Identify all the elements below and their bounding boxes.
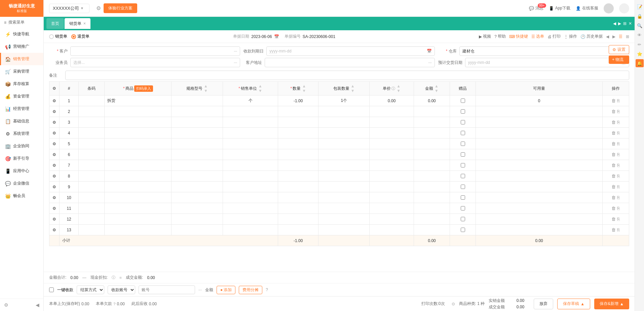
customer-input[interactable]: ···: [70, 46, 240, 56]
spec-sort-icon[interactable]: ▲▼: [204, 84, 208, 93]
row-product[interactable]: [105, 182, 172, 192]
sidebar-item-guide[interactable]: 🎯 新手引导: [0, 152, 43, 165]
row-amount[interactable]: [414, 171, 450, 182]
row-spec[interactable]: [172, 171, 223, 182]
copy-icon[interactable]: ⎘: [617, 130, 620, 135]
row-amount[interactable]: [414, 128, 450, 139]
row-barcode[interactable]: [79, 106, 105, 117]
row-product[interactable]: [105, 117, 172, 128]
row-unit[interactable]: [223, 171, 278, 182]
rp-note-icon[interactable]: 📝: [636, 3, 644, 11]
rp-eye-icon[interactable]: 👁: [636, 31, 644, 39]
row-pack-qty[interactable]: [318, 182, 370, 192]
delete-icon[interactable]: 🗑: [611, 184, 616, 189]
sidebar-item-enterprise[interactable]: 🏢 企业协同: [0, 140, 43, 152]
video-btn[interactable]: ▶ 视频: [479, 34, 491, 39]
row-barcode[interactable]: [79, 139, 105, 149]
row-pack-qty[interactable]: [318, 171, 370, 182]
delete-icon[interactable]: 🗑: [611, 195, 616, 200]
tab-close-icon[interactable]: ×: [83, 21, 86, 26]
row-gift[interactable]: [450, 171, 476, 182]
sidebar-item-app-center[interactable]: 📱 应用中心: [0, 165, 43, 177]
row-gift[interactable]: [450, 106, 476, 117]
tab-next-icon[interactable]: ▶: [618, 21, 621, 26]
row-pack-qty[interactable]: [318, 203, 370, 214]
experience-btn[interactable]: 体验行业方案: [104, 3, 137, 13]
row-barcode[interactable]: [79, 192, 105, 203]
salesperson-input[interactable]: 选择... ···: [70, 58, 240, 67]
row-unit[interactable]: [223, 149, 278, 160]
gift-checkbox[interactable]: [461, 109, 465, 114]
save-new-btn[interactable]: 保存&新增 ▲: [594, 299, 629, 309]
operate-btn[interactable]: ⋮ 操作: [564, 34, 577, 39]
select-btn[interactable]: ☰ 选单: [531, 34, 544, 39]
row-qty[interactable]: [278, 106, 318, 117]
row-barcode[interactable]: [79, 160, 105, 171]
copy-icon[interactable]: ⎘: [617, 120, 620, 125]
copy-icon[interactable]: ⎘: [617, 184, 620, 189]
row-amount[interactable]: [414, 182, 450, 192]
row-product[interactable]: [105, 214, 172, 225]
row-qty[interactable]: [278, 160, 318, 171]
fee-split-btn[interactable]: 费用分摊: [239, 286, 262, 294]
sidebar-item-inventory[interactable]: 📦 库存核算: [0, 78, 43, 90]
row-qty[interactable]: [278, 203, 318, 214]
row-barcode[interactable]: [79, 128, 105, 139]
row-amount[interactable]: [414, 160, 450, 171]
row-price[interactable]: [370, 128, 414, 139]
salesperson-dots[interactable]: ···: [234, 60, 237, 65]
row-product[interactable]: [105, 149, 172, 160]
row-qty[interactable]: [278, 149, 318, 160]
row-amount[interactable]: [414, 117, 450, 128]
gift-checkbox[interactable]: [461, 195, 465, 200]
history-btn[interactable]: 🕐 历史单据: [580, 34, 603, 39]
delete-icon[interactable]: 🗑: [611, 130, 616, 135]
debt-info-icon[interactable]: ?: [113, 302, 115, 306]
payment-method-select[interactable]: 结算方式: [77, 285, 104, 294]
sidebar-item-purchase[interactable]: 🛒 采购管理: [0, 65, 43, 78]
row-amount[interactable]: 0.00: [414, 95, 450, 106]
gift-checkbox[interactable]: [461, 99, 465, 103]
delete-icon[interactable]: 🗑: [611, 152, 616, 157]
online-service-btn[interactable]: 👤 在线客服: [576, 5, 598, 11]
delete-icon[interactable]: 🗑: [611, 98, 616, 103]
row-qty[interactable]: -1.00: [278, 95, 318, 106]
gift-checkbox[interactable]: [461, 142, 465, 146]
customer-address-input[interactable]: ···: [265, 58, 434, 67]
pack-sort-icon[interactable]: ▲▼: [351, 84, 355, 93]
row-price[interactable]: [370, 192, 414, 203]
help-btn[interactable]: ? 帮助: [494, 34, 506, 39]
row-qty[interactable]: [278, 171, 318, 182]
row-gift[interactable]: [450, 225, 476, 235]
row-unit[interactable]: [223, 203, 278, 214]
payment-dots[interactable]: ···: [198, 287, 202, 292]
nav-prev-icon[interactable]: ◀: [606, 34, 609, 39]
settings-icon[interactable]: ⚙: [96, 5, 101, 11]
row-qty[interactable]: [278, 225, 318, 235]
sidebar-item-system[interactable]: ⚙ 系统管理: [0, 127, 43, 140]
row-gift[interactable]: [450, 95, 476, 106]
logistics-btn[interactable]: + 物流: [609, 55, 629, 64]
grid-view-icon[interactable]: ⊞: [626, 34, 629, 39]
delete-icon[interactable]: 🗑: [611, 163, 616, 168]
copy-icon[interactable]: ⎘: [617, 227, 620, 232]
copy-icon[interactable]: ⎘: [617, 141, 620, 146]
row-barcode[interactable]: [79, 225, 105, 235]
row-price[interactable]: [370, 160, 414, 171]
copy-icon[interactable]: ⎘: [617, 152, 620, 157]
row-spec[interactable]: [172, 160, 223, 171]
copy-icon[interactable]: ⎘: [617, 109, 620, 114]
row-gift[interactable]: [450, 214, 476, 225]
unit-sort-icon[interactable]: ▲▼: [258, 84, 262, 93]
row-spec[interactable]: [172, 95, 223, 106]
nav-next-icon[interactable]: ▶: [612, 34, 615, 39]
sidebar-item-member[interactable]: 👑 畅会员: [0, 190, 43, 202]
row-gift[interactable]: [450, 182, 476, 192]
delete-icon[interactable]: 🗑: [611, 141, 616, 146]
row-qty[interactable]: [278, 128, 318, 139]
row-barcode[interactable]: [79, 95, 105, 106]
list-view-icon[interactable]: ☰: [619, 34, 622, 39]
row-price[interactable]: [370, 171, 414, 182]
row-amount[interactable]: [414, 106, 450, 117]
row-pack-qty[interactable]: [318, 149, 370, 160]
